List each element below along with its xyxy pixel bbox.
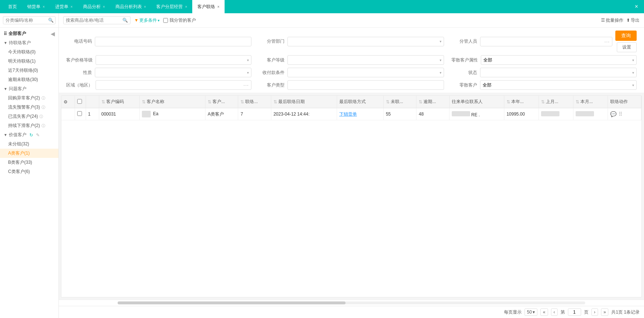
th-checkbox xyxy=(75,96,86,108)
th-last-contact-method: 最后联络方式 xyxy=(337,96,383,108)
sidebar-item-7day-contact[interactable]: 近7天待联络(0) xyxy=(0,66,58,75)
select-all-checkbox[interactable] xyxy=(77,99,82,104)
col-sort-icon-5[interactable]: ⇅ xyxy=(273,99,277,105)
scrollbar-thumb[interactable] xyxy=(118,301,346,304)
customer-level-label: 客户等级 xyxy=(259,57,285,63)
per-page-select[interactable]: 50 ▾ xyxy=(525,308,537,316)
setting-button[interactable]: 设置 xyxy=(617,42,637,52)
nature-select[interactable]: ▾ xyxy=(95,68,251,77)
td-last-contact-method: 下销货单 xyxy=(337,108,383,120)
nav-sales-order[interactable]: 销货单 × xyxy=(22,0,50,13)
sidebar-item-c-class[interactable]: C类客户(6) xyxy=(0,167,58,176)
th-this-month: ⇅ 本月... xyxy=(573,96,608,108)
sidebar-search-area: 🔍 xyxy=(0,13,58,28)
close-customer-contact[interactable]: × xyxy=(217,5,219,9)
phone-input[interactable] xyxy=(95,37,251,46)
col-sort-icon-10[interactable]: ⇅ xyxy=(576,99,579,105)
close-product-analysis[interactable]: × xyxy=(103,5,105,9)
sidebar-item-tomorrow-contact[interactable]: 明天待联络(1) xyxy=(0,57,58,66)
this-month-placeholder xyxy=(576,111,594,116)
customer-type-input[interactable] xyxy=(287,80,444,90)
sidebar-item-today-contact[interactable]: 今天待联络(0) xyxy=(0,47,58,57)
close-sales-order[interactable]: × xyxy=(43,5,45,9)
manager-select[interactable]: ··· xyxy=(480,37,612,46)
export-btn[interactable]: ⬆ 导出 xyxy=(626,17,640,24)
last-page-btn[interactable]: » xyxy=(601,308,609,316)
nav-product-analysis[interactable]: 商品分析 × xyxy=(78,0,110,13)
sidebar-item-churned[interactable]: 已流失客户(24) ⓘ xyxy=(0,112,58,121)
close-product-analysis-list[interactable]: × xyxy=(144,5,146,9)
comment-icon[interactable]: 💬 xyxy=(610,111,616,117)
dept-select[interactable]: ▾ xyxy=(287,37,444,46)
col-sort-icon-6[interactable]: ⇅ xyxy=(386,99,390,105)
my-customers-checkbox-label[interactable]: 我分管的客户 xyxy=(163,17,196,24)
nav-customer-contact[interactable]: 客户联络 × xyxy=(192,0,225,13)
col-sort-icon-3[interactable]: ⇅ xyxy=(208,99,211,105)
batch-op-btn[interactable]: ☰ 批量操作 xyxy=(601,17,623,24)
price-level-select[interactable]: ▾ xyxy=(96,55,251,65)
main-search-icon[interactable]: 🔍 xyxy=(122,18,128,23)
sidebar-item-ungroup[interactable]: 未分组(32) xyxy=(0,139,58,149)
sidebar-item-churn-warning[interactable]: 流失预警客户(3) ⓘ xyxy=(0,103,58,112)
more-filter-btn[interactable]: ▼ 更多条件 ▾ xyxy=(134,17,160,24)
sidebar-item-repurchase-abnormal[interactable]: 回购异常客户(2) ⓘ xyxy=(0,93,58,103)
prev-page-btn[interactable]: ‹ xyxy=(551,308,558,316)
close-customer-segment[interactable]: × xyxy=(185,5,187,9)
qr-icon[interactable]: ⠿ xyxy=(619,111,622,117)
retail-attr-select[interactable]: 全部 ▾ xyxy=(481,55,637,65)
nav-purchase-order[interactable]: 进货单 × xyxy=(50,0,78,13)
payment-select[interactable]: ▾ xyxy=(287,68,444,77)
col-sort-icon-4[interactable]: ⇅ xyxy=(240,99,244,105)
sidebar-item-a-class[interactable]: A类客户(1) xyxy=(0,149,58,158)
region-dots-icon: ··· xyxy=(243,82,249,88)
my-customers-checkbox[interactable] xyxy=(163,18,168,23)
th-customer-name: ⇅ 客户名称 xyxy=(139,96,205,108)
row-checkbox[interactable] xyxy=(77,111,82,116)
nav-product-analysis-list[interactable]: 商品分析列表 × xyxy=(110,0,151,13)
status-select[interactable]: ▾ xyxy=(480,68,637,77)
col-sort-icon-2[interactable]: ⇅ xyxy=(142,99,146,105)
page-input[interactable] xyxy=(568,308,581,316)
horizontal-scrollbar-area xyxy=(59,300,644,306)
sidebar-collapse-btn[interactable]: ◀ xyxy=(51,31,55,37)
main-search-wrap: 🔍 xyxy=(63,16,130,24)
nav-customer-segment[interactable]: 客户分层经营 × xyxy=(151,0,192,13)
problem-customer-group[interactable]: ▼ 问题客户 xyxy=(0,84,58,93)
query-button[interactable]: 查询 xyxy=(615,31,637,41)
col-sort-icon-7[interactable]: ⇅ xyxy=(419,99,422,105)
close-all-tabs[interactable]: × xyxy=(632,2,641,11)
fake-scrollbar[interactable] xyxy=(118,301,585,304)
filter-bar: 🔍 ▼ 更多条件 ▾ 我分管的客户 ☰ 批量操作 ⬆ 导出 xyxy=(59,13,644,28)
sidebar-search-icon[interactable]: 🔍 xyxy=(48,18,54,23)
col-sort-icon[interactable]: ⇅ xyxy=(101,99,105,105)
edit-icon[interactable]: ✎ xyxy=(36,132,40,138)
sidebar-item-declining[interactable]: 持续下滑客户(2) ⓘ xyxy=(0,121,58,130)
settings-gear-icon[interactable]: ⚙ xyxy=(64,99,68,105)
col-sort-icon-9[interactable]: ⇅ xyxy=(541,99,545,105)
value-customer-group[interactable]: ▼ 价值客户 ↻ ✎ xyxy=(0,130,58,139)
th-last-contact-date: ⇅ 最后联络日期 xyxy=(271,96,337,108)
next-page-btn[interactable]: › xyxy=(591,308,598,316)
main-search-input[interactable] xyxy=(66,18,121,23)
filter-row-nature: 性质 ▾ xyxy=(66,68,251,77)
close-purchase-order[interactable]: × xyxy=(71,5,73,9)
td-no-contact: 55 xyxy=(383,108,416,120)
sidebar: 🔍 ⠿ 全部客户 ◀ ▼ 待联络客户 今天待联络(0) 明天待联络(1) 近7天… xyxy=(0,13,59,318)
pending-contact-group[interactable]: ▼ 待联络客户 xyxy=(0,38,58,47)
sidebar-search-input[interactable] xyxy=(3,16,56,24)
sidebar-item-overdue-contact[interactable]: 逾期未联络(30) xyxy=(0,75,58,84)
filter-row-payment: 收付款条件 ▾ xyxy=(259,68,444,77)
customer-level-select[interactable]: ▾ xyxy=(287,55,444,65)
retail-select[interactable]: 全部 ▾ xyxy=(480,80,637,90)
refresh-icon[interactable]: ↻ xyxy=(29,132,33,138)
nav-home[interactable]: 首页 xyxy=(3,0,22,13)
col-sort-icon-8[interactable]: ⇅ xyxy=(507,99,510,105)
sidebar-item-b-class[interactable]: B类客户(33) xyxy=(0,158,58,167)
first-page-btn[interactable]: « xyxy=(540,308,548,316)
price-arrow-icon: ▾ xyxy=(247,58,249,62)
filter-row-status: 状态 ▾ xyxy=(451,68,637,77)
last-contact-method-link[interactable]: 下销货单 xyxy=(339,112,357,117)
region-select[interactable]: ··· xyxy=(96,80,251,90)
payment-label: 收付款条件 xyxy=(259,70,285,76)
filter-row-manager: 分管人员 ··· 查询 设置 xyxy=(451,31,637,52)
